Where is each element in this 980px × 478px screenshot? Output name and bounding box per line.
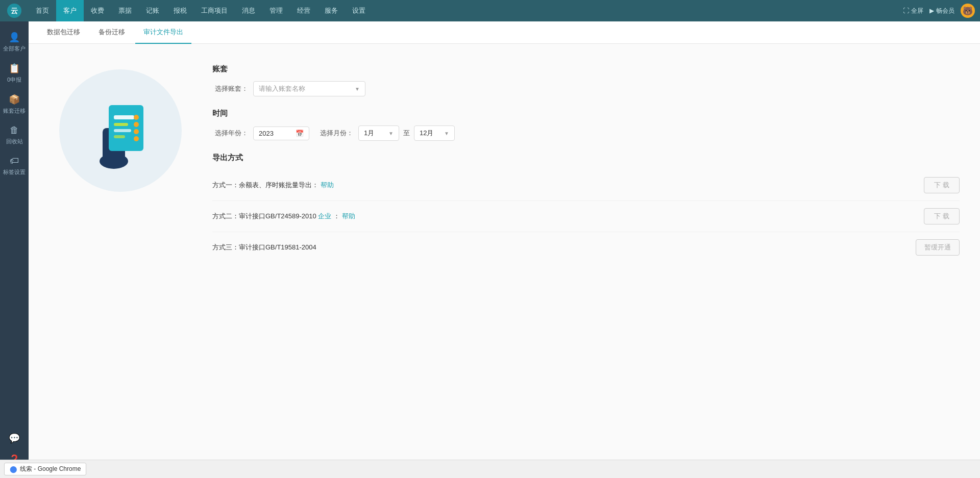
svg-point-12 — [134, 136, 139, 141]
nav-client[interactable]: 客户 — [56, 0, 84, 21]
method-1-help-link[interactable]: 帮助 — [321, 181, 334, 189]
video-icon: ▶ — [929, 7, 934, 14]
method-2-help-link[interactable]: 帮助 — [342, 212, 355, 220]
nav-message[interactable]: 消息 — [235, 0, 262, 21]
sidebar: 👤 全部客户 📋 0申报 📦 账套迁移 🗑 回收站 🏷 标签设置 💬 ❓ — [0, 21, 29, 478]
sidebar-item-chat[interactable]: 💬 — [9, 427, 20, 449]
account-label: 选择账套： — [212, 84, 248, 93]
nav-account[interactable]: 记账 — [139, 0, 166, 21]
sidebar-item-tag-settings-label: 标签设置 — [3, 168, 26, 176]
taskbar: ⬤ 线索 - Google Chrome — [0, 460, 980, 478]
sidebar-item-all-clients[interactable]: 👤 全部客户 — [0, 27, 29, 58]
method-2-label: 方式二：审计接口GB/T24589-2010 企业 ： 帮助 — [212, 212, 924, 221]
account-section-title: 账套 — [212, 64, 960, 74]
nav-biz[interactable]: 工商项目 — [194, 0, 235, 21]
method-2-text: 方式二：审计接口GB/T24589-2010 — [212, 212, 316, 220]
illustration-circle — [59, 69, 182, 192]
nav-home[interactable]: 首页 — [29, 0, 56, 21]
content-area: 账套 选择账套： 请输入账套名称 ▼ 时间 选择年份： 2023 📅 — [29, 44, 980, 478]
nav-tax[interactable]: 报税 — [166, 0, 194, 21]
sidebar-item-zero-declare[interactable]: 📋 0申报 — [0, 58, 29, 89]
svg-rect-8 — [114, 135, 125, 138]
app-logo: 云 — [5, 2, 23, 20]
to-separator: 至 — [403, 129, 410, 138]
month-to-value: 12月 — [420, 129, 433, 138]
month-to-select[interactable]: 12月 ▼ — [414, 125, 455, 141]
account-select-placeholder: 请输入账套名称 — [259, 84, 305, 93]
year-input[interactable]: 2023 📅 — [253, 127, 309, 140]
month-label: 选择月份： — [317, 129, 353, 138]
time-section-title: 时间 — [212, 109, 960, 118]
fullscreen-button[interactable]: ⛶ 全屏 — [903, 7, 923, 15]
svg-point-9 — [134, 115, 139, 120]
tab-backup-migrate[interactable]: 备份迁移 — [90, 21, 133, 44]
svg-rect-6 — [114, 123, 128, 126]
sidebar-item-account-migrate[interactable]: 📦 账套迁移 — [0, 89, 29, 120]
svg-rect-7 — [114, 129, 131, 132]
sidebar-item-tag-settings[interactable]: 🏷 标签设置 — [0, 150, 29, 181]
nav-invoice[interactable]: 票据 — [111, 0, 139, 21]
export-section: 导出方式 方式一：余额表、序时账批量导出： 帮助 下 载 方式二：审计接口GB/… — [212, 153, 960, 263]
all-clients-icon: 👤 — [9, 32, 20, 43]
illustration-svg — [77, 87, 164, 174]
member-label: 畅会员 — [936, 7, 954, 15]
zero-declare-icon: 📋 — [9, 63, 20, 74]
sidebar-item-recycle-label: 回收站 — [6, 138, 23, 145]
export-method-1: 方式一：余额表、序时账批量导出： 帮助 下 载 — [212, 170, 960, 201]
year-label: 选择年份： — [212, 129, 248, 138]
method-1-text: 方式一：余额表、序时账批量导出： — [212, 181, 318, 189]
sidebar-item-zero-declare-label: 0申报 — [7, 76, 21, 84]
chrome-icon: ⬤ — [10, 465, 17, 473]
month-from-value: 1月 — [364, 129, 374, 138]
tab-data-migrate[interactable]: 数据包迁移 — [39, 21, 88, 44]
account-section: 账套 选择账套： 请输入账套名称 ▼ — [212, 64, 960, 96]
nav-fee[interactable]: 收费 — [84, 0, 111, 21]
nav-menu: 首页 客户 收费 票据 记账 报税 工商项目 消息 管理 经营 服务 设置 — [29, 0, 903, 21]
method-1-download-button[interactable]: 下 载 — [924, 177, 960, 193]
method-1-label: 方式一：余额表、序时账批量导出： 帮助 — [212, 181, 924, 190]
top-navigation: 云 首页 客户 收费 票据 记账 报税 工商项目 消息 管理 经营 服务 设置 … — [0, 0, 980, 21]
user-avatar[interactable]: 🐻 — [961, 4, 975, 18]
method-2-enterprise-link[interactable]: 企业 — [318, 212, 331, 220]
month-to-chevron-icon: ▼ — [444, 131, 449, 136]
chrome-label: 线索 - Google Chrome — [20, 465, 81, 473]
svg-rect-5 — [114, 115, 134, 119]
method-2-download-button[interactable]: 下 载 — [924, 208, 960, 224]
top-right-actions: ⛶ 全屏 ▶ 畅会员 🐻 — [903, 4, 975, 18]
sidebar-item-account-migrate-label: 账套迁移 — [3, 107, 26, 115]
form-panel: 账套 选择账套： 请输入账套名称 ▼ 时间 选择年份： 2023 📅 — [192, 59, 960, 463]
fullscreen-icon: ⛶ — [903, 7, 909, 14]
tab-audit-export[interactable]: 审计文件导出 — [135, 21, 191, 44]
account-chevron-icon: ▼ — [355, 86, 360, 92]
calendar-icon: 📅 — [296, 130, 304, 137]
svg-text:云: 云 — [11, 7, 18, 15]
time-form-row: 选择年份： 2023 📅 选择月份： 1月 ▼ 至 12月 ▼ — [212, 125, 960, 141]
export-method-3: 方式三：审计接口GB/T19581-2004 暂缓开通 — [212, 232, 960, 263]
sidebar-item-all-clients-label: 全部客户 — [3, 45, 26, 53]
fullscreen-label: 全屏 — [911, 7, 923, 15]
year-value: 2023 — [259, 130, 274, 137]
nav-settings[interactable]: 设置 — [345, 0, 373, 21]
time-section: 时间 选择年份： 2023 📅 选择月份： 1月 ▼ 至 12月 — [212, 109, 960, 141]
member-button[interactable]: ▶ 畅会员 — [929, 7, 954, 15]
method-3-open-button[interactable]: 暂缓开通 — [916, 239, 960, 256]
month-from-select[interactable]: 1月 ▼ — [358, 125, 399, 141]
export-method-2: 方式二：审计接口GB/T24589-2010 企业 ： 帮助 下 载 — [212, 201, 960, 232]
method-3-text: 方式三：审计接口GB/T19581-2004 — [212, 243, 316, 251]
account-migrate-icon: 📦 — [9, 94, 20, 105]
main-content: 数据包迁移 备份迁移 审计文件导出 — [29, 21, 980, 478]
recycle-icon: 🗑 — [10, 125, 19, 136]
chrome-taskbar-item[interactable]: ⬤ 线索 - Google Chrome — [4, 463, 86, 475]
account-select[interactable]: 请输入账套名称 ▼ — [253, 81, 365, 96]
sidebar-item-recycle[interactable]: 🗑 回收站 — [0, 120, 29, 150]
nav-operation[interactable]: 经营 — [290, 0, 317, 21]
svg-point-10 — [134, 122, 139, 127]
method-3-label: 方式三：审计接口GB/T19581-2004 — [212, 243, 916, 252]
svg-rect-4 — [109, 105, 143, 151]
account-form-row: 选择账套： 请输入账套名称 ▼ — [212, 81, 960, 96]
month-from-chevron-icon: ▼ — [388, 131, 394, 136]
illustration-area — [49, 59, 192, 202]
nav-manage[interactable]: 管理 — [262, 0, 290, 21]
export-section-title: 导出方式 — [212, 153, 960, 163]
nav-service[interactable]: 服务 — [317, 0, 345, 21]
